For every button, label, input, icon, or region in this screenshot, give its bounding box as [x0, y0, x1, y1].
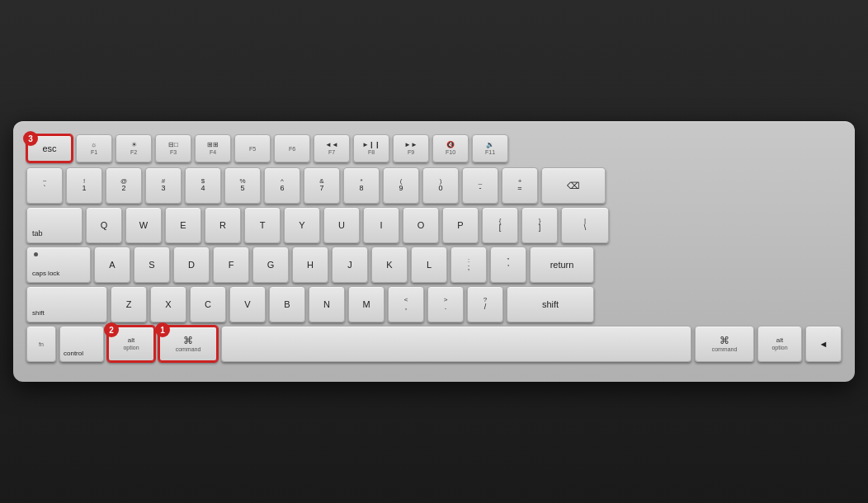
fn-key-row: 3 esc ☼ F1 ☀ F2 ⊟□ F3 ⊞⊞ F4 F5	[26, 134, 842, 162]
key-d[interactable]: D	[173, 247, 210, 283]
key-y[interactable]: Y	[284, 207, 320, 243]
key-a[interactable]: A	[94, 247, 130, 283]
key-semicolon[interactable]: : ;	[451, 247, 487, 283]
key-arrow-left[interactable]: ◄	[805, 326, 842, 362]
key-command-right[interactable]: ⌘ command	[695, 326, 754, 362]
key-backslash[interactable]: | \	[561, 207, 609, 243]
key-option-left[interactable]: 2 alt option	[107, 326, 155, 362]
key-9[interactable]: ( 9	[383, 167, 419, 204]
key-equals[interactable]: + =	[502, 167, 538, 204]
a-row: caps lock A S D F G H J K L : ; " ' retu…	[26, 247, 842, 283]
key-f5[interactable]: F5	[234, 134, 271, 162]
key-period[interactable]: > .	[427, 286, 464, 322]
z-row: shift Z X C V B N M < , > . ? / shift	[26, 286, 842, 322]
key-v[interactable]: V	[229, 286, 266, 322]
key-backspace[interactable]: ⌫	[541, 167, 606, 204]
badge-esc: 3	[23, 131, 38, 146]
key-1[interactable]: ! 1	[66, 167, 102, 204]
key-esc[interactable]: 3 esc	[26, 134, 73, 162]
key-j[interactable]: J	[332, 247, 368, 283]
key-h[interactable]: H	[292, 247, 328, 283]
f7-icon: ◄◄	[325, 142, 338, 149]
key-f9[interactable]: ►► F9	[393, 134, 429, 162]
key-space[interactable]	[221, 326, 691, 362]
key-i[interactable]: I	[363, 207, 399, 243]
key-shift-left[interactable]: shift	[26, 286, 107, 322]
f4-icon: ⊞⊞	[207, 142, 219, 149]
key-f2[interactable]: ☀ F2	[116, 134, 152, 162]
key-f3[interactable]: ⊟□ F3	[155, 134, 191, 162]
key-7[interactable]: & 7	[304, 167, 340, 204]
f9-icon: ►►	[404, 142, 417, 149]
key-b[interactable]: B	[269, 286, 305, 322]
key-capslock[interactable]: caps lock	[26, 247, 91, 283]
key-option-right[interactable]: alt option	[757, 326, 802, 362]
key-e[interactable]: E	[165, 207, 201, 243]
f8-icon: ►❙❙	[362, 142, 380, 149]
key-return[interactable]: return	[530, 247, 594, 283]
key-g[interactable]: G	[252, 247, 289, 283]
key-lbracket[interactable]: { [	[482, 207, 518, 243]
key-s[interactable]: S	[134, 247, 170, 283]
key-f11[interactable]: 🔉 F11	[472, 134, 508, 162]
keyboard: 3 esc ☼ F1 ☀ F2 ⊟□ F3 ⊞⊞ F4 F5	[13, 121, 855, 382]
f3-icon: ⊟□	[168, 142, 178, 149]
key-u[interactable]: U	[323, 207, 360, 243]
key-f6[interactable]: F6	[274, 134, 310, 162]
key-f[interactable]: F	[213, 247, 249, 283]
key-m[interactable]: M	[348, 286, 384, 322]
key-z[interactable]: Z	[111, 286, 147, 322]
esc-label: esc	[42, 143, 56, 153]
key-command-left[interactable]: 1 ⌘ command	[158, 326, 218, 362]
key-slash[interactable]: ? /	[467, 286, 503, 322]
f1-icon: ☼	[91, 142, 97, 149]
key-p[interactable]: P	[442, 207, 479, 243]
key-4[interactable]: $ 4	[185, 167, 221, 204]
f11-icon: 🔉	[486, 142, 494, 149]
key-f10[interactable]: 🔇 F10	[432, 134, 469, 162]
key-c[interactable]: C	[190, 286, 226, 322]
badge-command: 1	[155, 322, 170, 337]
keyboard-container: 3 esc ☼ F1 ☀ F2 ⊟□ F3 ⊞⊞ F4 F5	[0, 0, 868, 503]
f2-icon: ☀	[131, 142, 137, 149]
key-n[interactable]: N	[309, 286, 345, 322]
key-f4[interactable]: ⊞⊞ F4	[195, 134, 231, 162]
key-3[interactable]: # 3	[145, 167, 182, 204]
key-rbracket[interactable]: } ]	[521, 207, 558, 243]
f10-icon: 🔇	[446, 142, 455, 149]
key-0[interactable]: ) 0	[422, 167, 459, 204]
key-tab[interactable]: tab	[26, 207, 83, 243]
bottom-row: fn control 2 alt option 1 ⌘ command ⌘ co…	[26, 326, 842, 362]
key-fn[interactable]: fn	[26, 326, 56, 362]
key-f7[interactable]: ◄◄ F7	[314, 134, 350, 162]
key-l[interactable]: L	[411, 247, 447, 283]
key-shift-right[interactable]: shift	[507, 286, 594, 322]
badge-option: 2	[104, 322, 119, 337]
key-w[interactable]: W	[125, 207, 162, 243]
key-k[interactable]: K	[371, 247, 408, 283]
caps-indicator	[34, 252, 38, 256]
key-f8[interactable]: ►❙❙ F8	[353, 134, 389, 162]
key-2[interactable]: @ 2	[106, 167, 142, 204]
key-quote[interactable]: " '	[490, 247, 526, 283]
key-q[interactable]: Q	[86, 207, 122, 243]
q-row: tab Q W E R T Y U I O P { [ } ] | \	[26, 207, 842, 243]
key-o[interactable]: O	[403, 207, 439, 243]
key-t[interactable]: T	[244, 207, 281, 243]
key-5[interactable]: % 5	[224, 167, 261, 204]
key-backtick[interactable]: ~ `	[26, 167, 63, 204]
key-comma[interactable]: < ,	[388, 286, 424, 322]
key-r[interactable]: R	[205, 207, 241, 243]
key-minus[interactable]: _ -	[462, 167, 498, 204]
key-6[interactable]: ^ 6	[264, 167, 300, 204]
key-x[interactable]: X	[150, 286, 186, 322]
number-row: ~ ` ! 1 @ 2 # 3 $ 4 % 5	[26, 167, 842, 204]
key-control[interactable]: control	[59, 326, 104, 362]
key-f1[interactable]: ☼ F1	[76, 134, 112, 162]
key-8[interactable]: * 8	[343, 167, 380, 204]
